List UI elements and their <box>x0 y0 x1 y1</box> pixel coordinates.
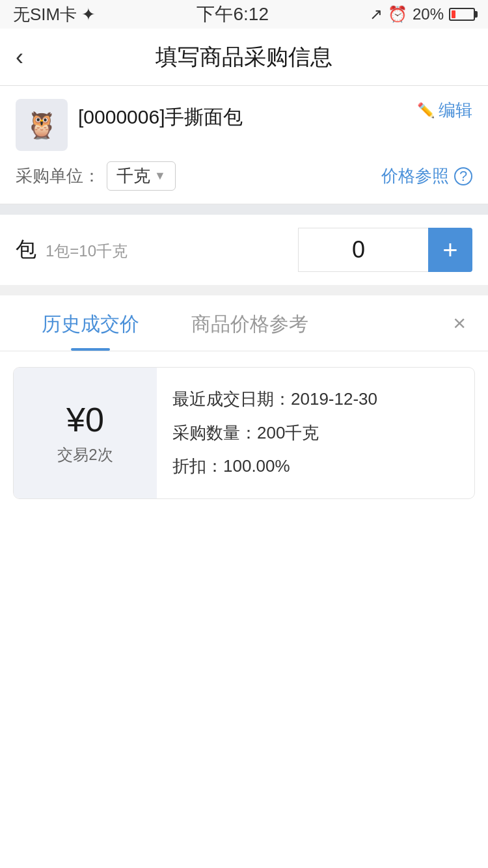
quantity-sub-label: 1包=10千克 <box>46 241 128 262</box>
discount-value: 100.00% <box>223 456 290 476</box>
unit-value: 千克 <box>116 165 150 187</box>
edit-label: 编辑 <box>439 99 472 122</box>
unit-label: 采购单位： <box>16 165 100 187</box>
price-ref-help-icon: ? <box>454 167 472 185</box>
tab-history-price[interactable]: 历史成交价 <box>16 295 165 351</box>
price-ref-label: 价格参照 <box>381 165 449 187</box>
back-icon: ‹ <box>16 44 23 71</box>
product-left: 🦉 [0000006]手撕面包 <box>16 99 243 151</box>
alarm-icon: ⏰ <box>388 5 407 23</box>
plus-icon: + <box>442 236 457 265</box>
recent-date-label: 最近成交日期： <box>172 389 291 409</box>
quantity-detail-value: 200千克 <box>257 423 319 442</box>
status-bar: 无SIM卡 ✦ 下午6:12 ↗ ⏰ 20% <box>0 0 488 29</box>
quantity-label-group: 包 1包=10千克 <box>16 236 128 264</box>
edit-icon: ✏️ <box>417 102 435 119</box>
currency-symbol: ¥ <box>66 401 85 439</box>
quantity-detail-label: 采购数量： <box>172 423 257 442</box>
product-top-row: 🦉 [0000006]手撕面包 ✏️ 编辑 <box>16 99 472 151</box>
product-thumbnail: 🦉 <box>16 99 68 151</box>
battery-percent: 20% <box>413 5 444 23</box>
dropdown-arrow-icon: ▼ <box>154 169 166 183</box>
tabs-panel: 历史成交价 商品价格参考 × ¥0 交易2次 最近成交日期：2019-12-30… <box>0 295 488 868</box>
battery-icon <box>449 8 475 21</box>
price-value: 0 <box>85 401 104 439</box>
carrier-text: 无SIM卡 ✦ <box>13 3 96 26</box>
close-icon: × <box>453 310 466 335</box>
tabs-header: 历史成交价 商品价格参考 × <box>0 295 488 351</box>
quantity-unit: 包 <box>16 236 36 264</box>
section-divider <box>0 204 488 215</box>
question-mark: ? <box>459 168 467 185</box>
status-left: 无SIM卡 ✦ <box>13 3 96 26</box>
price-reference-button[interactable]: 价格参照 ? <box>381 165 472 187</box>
product-image-icon: 🦉 <box>25 110 58 141</box>
tabs-left: 历史成交价 商品价格参考 <box>16 295 334 351</box>
quantity-input-group: + <box>298 228 472 272</box>
product-name: [0000006]手撕面包 <box>78 99 243 131</box>
product-card: 🦉 [0000006]手撕面包 ✏️ 编辑 采购单位： 千克 ▼ 价格参照 ? <box>0 86 488 204</box>
navigation-icon: ↗ <box>370 5 383 23</box>
tab-product-ref-label: 商品价格参考 <box>191 313 308 334</box>
tabs-close-button[interactable]: × <box>446 304 472 342</box>
status-time: 下午6:12 <box>197 2 269 27</box>
discount-label: 折扣： <box>172 456 223 476</box>
tab-history-label: 历史成交价 <box>42 313 139 334</box>
purchase-quantity-row: 采购数量：200千克 <box>172 420 459 447</box>
edit-button[interactable]: ✏️ 编辑 <box>417 99 472 122</box>
recent-date-row: 最近成交日期：2019-12-30 <box>172 386 459 413</box>
quantity-row: 包 1包=10千克 + <box>0 215 488 285</box>
unit-left: 采购单位： 千克 ▼ <box>16 161 176 191</box>
page-title: 填写商品采购信息 <box>156 42 332 72</box>
status-right: ↗ ⏰ 20% <box>370 5 475 23</box>
history-card-right: 最近成交日期：2019-12-30 采购数量：200千克 折扣：100.00% <box>157 368 474 498</box>
quantity-input[interactable] <box>298 228 428 272</box>
tab-product-price-ref[interactable]: 商品价格参考 <box>165 295 334 351</box>
product-unit-row: 采购单位： 千克 ▼ 价格参照 ? <box>16 161 472 191</box>
history-card-left: ¥0 交易2次 <box>14 368 157 498</box>
quantity-plus-button[interactable]: + <box>428 228 472 272</box>
unit-select-dropdown[interactable]: 千克 ▼ <box>107 161 176 191</box>
discount-row: 折扣：100.00% <box>172 453 459 480</box>
history-price: ¥0 <box>66 400 104 439</box>
history-card: ¥0 交易2次 最近成交日期：2019-12-30 采购数量：200千克 折扣：… <box>13 367 475 499</box>
history-trade-count: 交易2次 <box>57 444 113 465</box>
recent-date-value: 2019-12-30 <box>291 389 377 409</box>
back-button[interactable]: ‹ <box>16 44 23 71</box>
nav-bar: ‹ 填写商品采购信息 <box>0 29 488 86</box>
content-bottom <box>0 515 488 868</box>
